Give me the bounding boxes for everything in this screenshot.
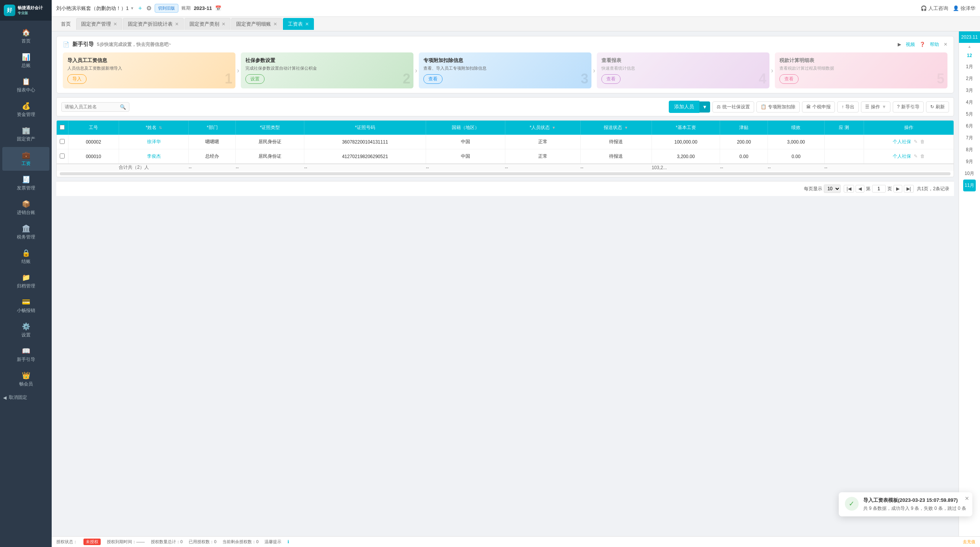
per-page-label: 每页显示 (804, 186, 822, 192)
add-person-button[interactable]: 添加人员 (669, 101, 699, 113)
tab-salary[interactable]: 工资表 ✕ (283, 18, 314, 30)
sidebar-item-member[interactable]: 👑 畅会员 (2, 367, 49, 391)
calendar-month-8[interactable]: 8月 (963, 144, 976, 156)
nav-funds-icon: 💰 (22, 102, 30, 110)
row-checkbox-1[interactable] (57, 149, 68, 164)
search-wrap[interactable]: 🔍 (61, 102, 129, 112)
calendar-month-7[interactable]: 7月 (963, 132, 976, 144)
version-toggle-button[interactable]: 切到旧版 (155, 4, 178, 13)
sidebar-item-tax[interactable]: 🏛️ 税务管理 (2, 220, 49, 244)
row-op-0[interactable]: 个人社保 ✎ 🗑 (864, 135, 954, 149)
row-op-1[interactable]: 个人社保 ✎ 🗑 (864, 149, 954, 164)
per-page-selector[interactable]: 每页显示 10 20 50 (804, 185, 841, 193)
deduction-btn[interactable]: 📋 专项附加扣除 (756, 101, 800, 113)
footer-total-label: 合计共（2）人 (119, 164, 189, 171)
add-account-icon[interactable]: ＋ (137, 4, 143, 12)
tab-detail-close[interactable]: ✕ (273, 21, 277, 27)
sidebar-item-home[interactable]: 🏠 首页 (2, 24, 49, 48)
user-profile[interactable]: 👤 徐泽华 (953, 5, 975, 12)
settings-gear-icon[interactable]: ⚙ (146, 5, 152, 12)
sidebar-item-archive[interactable]: 📁 归档管理 (2, 269, 49, 293)
step3-btn[interactable]: 查看 (423, 74, 443, 84)
cancel-fixed-btn[interactable]: ◀ 取消固定 (0, 392, 52, 403)
next-page-btn[interactable]: ▶ (893, 185, 902, 193)
page-suffix: 页 (887, 186, 892, 192)
sidebar-item-salary[interactable]: 💼 工资 (2, 147, 49, 171)
tab-depreciation[interactable]: 固定资产折旧统计表 ✕ (123, 18, 184, 30)
row-name-0[interactable]: 徐泽华 (119, 135, 189, 149)
sidebar-item-ledger[interactable]: 📊 总账 (2, 49, 49, 73)
wizard-guide-btn[interactable]: ? 新手引导 (893, 101, 924, 113)
calendar-month-4[interactable]: 4月 (963, 96, 976, 108)
page-input[interactable]: 1 (872, 185, 886, 193)
tab-salary-close[interactable]: ✕ (305, 21, 309, 27)
sidebar-item-xiaochang[interactable]: 💳 小畅报销 (2, 294, 49, 318)
calendar-month-9[interactable]: 9月 (963, 156, 976, 168)
tab-detail[interactable]: 固定资产明细账 ✕ (231, 18, 282, 30)
search-input[interactable] (65, 104, 118, 109)
social-insurance-btn[interactable]: ⚖ 统一社保设置 (712, 101, 754, 113)
sidebar-item-inventory[interactable]: 📦 进销台账 (2, 196, 49, 220)
step4-btn[interactable]: 查看 (601, 74, 621, 84)
calendar-expand-icon[interactable]: ▲ (967, 43, 972, 50)
go-auth-btn[interactable]: 去充值 (963, 539, 975, 545)
sidebar-item-fixed[interactable]: 🏢 固定资产 (2, 122, 49, 146)
sidebar-item-funds[interactable]: 💰 资金管理 (2, 98, 49, 122)
select-all-checkbox[interactable] (60, 125, 65, 130)
report-filter-icon[interactable]: ▼ (624, 126, 628, 130)
per-page-select[interactable]: 10 20 50 (824, 185, 841, 193)
toast-close-btn[interactable]: ✕ (965, 495, 969, 501)
export-btn[interactable]: ↑ 导出 (837, 101, 859, 113)
status-filter-icon[interactable]: ▼ (552, 126, 556, 130)
sidebar-item-guide[interactable]: 📖 新手引导 (2, 343, 49, 367)
personal-tax-btn[interactable]: 🏛 个税申报 (802, 101, 835, 113)
help-label[interactable]: 帮助 (930, 41, 939, 48)
tab-fixed-assets[interactable]: 固定资产管理 ✕ (76, 18, 122, 30)
last-page-btn[interactable]: ▶| (904, 185, 914, 193)
calendar-month-1[interactable]: 1月 (963, 61, 976, 73)
refresh-btn[interactable]: ↻ 刷新 (926, 101, 949, 113)
nav-home-label: 首页 (21, 38, 31, 44)
sidebar-item-reports[interactable]: 📋 报表中心 (2, 73, 49, 97)
wizard-close-icon[interactable]: ✕ (944, 42, 947, 47)
calendar-month-11[interactable]: 11月 (963, 180, 976, 191)
tab-home[interactable]: 首页 (56, 18, 75, 30)
prev-page-btn[interactable]: ◀ (856, 185, 864, 193)
calendar-month-10[interactable]: 10月 (963, 168, 976, 180)
sidebar-item-expenses[interactable]: 🧾 发票管理 (2, 171, 49, 195)
customer-service-btn[interactable]: 🎧 人工咨询 (921, 5, 948, 12)
add-person-dropdown[interactable]: ▼ (699, 101, 710, 113)
header-status[interactable]: *人员状态 ▼ (505, 121, 580, 135)
tab-depreciation-close[interactable]: ✕ (175, 21, 179, 27)
first-page-btn[interactable]: |◀ (844, 185, 854, 193)
user-icon: 👤 (953, 5, 959, 11)
tab-categories-close[interactable]: ✕ (222, 21, 225, 27)
header-report-status[interactable]: 报送状态 ▼ (580, 121, 652, 135)
sort-name-icon[interactable]: ⇅ (159, 126, 162, 130)
sidebar-item-closing[interactable]: 🔒 结账 (2, 245, 49, 269)
video-label[interactable]: 视频 (906, 41, 915, 48)
nav-xiaochang-label: 小畅报销 (17, 307, 35, 314)
account-selector[interactable]: 刘小艳演示账套（勿删勿动！）1 ▼ (56, 5, 134, 12)
tab-categories[interactable]: 固定资产类别 ✕ (185, 18, 230, 30)
header-name[interactable]: *姓名 ⇅ (119, 121, 189, 135)
social-insurance-label: 统一社保设置 (722, 104, 750, 110)
calendar-month-3[interactable]: 3月 (963, 85, 976, 96)
row-name-1[interactable]: 李俊杰 (119, 149, 189, 164)
header-checkbox-cell[interactable] (57, 121, 68, 135)
nav-fixed-icon: 🏢 (22, 126, 30, 135)
calendar-year[interactable]: 2023.11 (959, 31, 980, 43)
operations-btn[interactable]: ☰ 操作 ▼ (861, 101, 890, 113)
calendar-month-6[interactable]: 6月 (963, 120, 976, 132)
horizontal-scrollbar[interactable] (60, 172, 951, 175)
step1-btn[interactable]: 导入 (67, 74, 87, 84)
calendar-month-12[interactable]: 12 (963, 50, 976, 61)
row-checkbox-0[interactable] (57, 135, 68, 149)
calendar-month-2[interactable]: 2月 (963, 73, 976, 85)
step2-btn[interactable]: 设置 (245, 74, 265, 84)
sidebar-item-settings[interactable]: ⚙️ 设置 (2, 318, 49, 342)
calendar-icon[interactable]: 📅 (215, 5, 221, 11)
tab-fixed-assets-close[interactable]: ✕ (113, 21, 117, 27)
calendar-month-5[interactable]: 5月 (963, 108, 976, 120)
step5-btn[interactable]: 查看 (779, 74, 799, 84)
